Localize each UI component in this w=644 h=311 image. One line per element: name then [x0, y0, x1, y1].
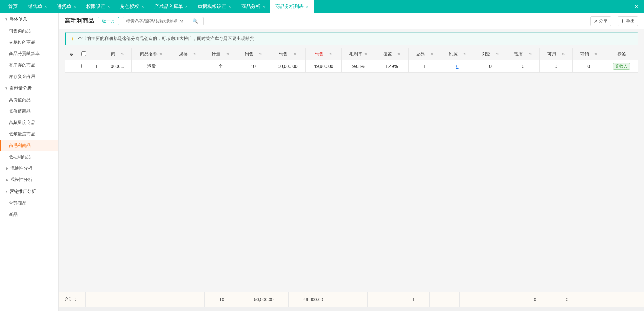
col-header-browse2[interactable]: 浏览... ⇅: [474, 48, 507, 60]
cell-sales-profit: 49,900.00: [306, 60, 342, 73]
nav-item-home[interactable]: 首页: [3, 0, 23, 13]
sidebar-item-high-margin[interactable]: 高毛利商品: [0, 140, 58, 151]
col-header-sales-qty[interactable]: 销售... ⇅: [237, 48, 270, 60]
col-header-coverage[interactable]: 覆盖... ⇅: [375, 48, 408, 60]
sidebar-item-new-goods[interactable]: 新品: [0, 209, 58, 220]
sidebar-group-overall: ▼ 整体信息 销售类商品 交易过的商品 商品分贡献频率 有库存的商品 库存资金占…: [0, 13, 58, 82]
col-header-num: [89, 48, 104, 60]
col-header-saleable[interactable]: 可销... ⇅: [572, 48, 605, 60]
col-header-name[interactable]: 商品名称 ⇅: [131, 48, 171, 60]
col-header-sales-amount[interactable]: 销售... ⇅: [270, 48, 306, 60]
col-header-transaction[interactable]: 交易... ⇅: [408, 48, 441, 60]
nav-close-product-storage[interactable]: ×: [185, 4, 187, 9]
group-label-growth: 成长性分析: [10, 177, 32, 183]
sidebar-item-sales-goods[interactable]: 销售类商品: [0, 25, 58, 37]
sidebar-item-low-value[interactable]: 低价值商品: [0, 106, 58, 117]
sidebar-group-growth: ▶ 成长性分析: [0, 174, 58, 185]
table-wrapper[interactable]: ⚙ 商... ⇅ 商品名称 ⇅ 规格... ⇅ 计量... ⇅ 销售... ⇅ …: [65, 48, 638, 292]
nav-label-home: 首页: [8, 3, 18, 10]
footer-cell-saleable: 0: [551, 292, 583, 307]
nav-label-sales: 销售单: [28, 3, 42, 10]
period-button[interactable]: 近一月: [98, 17, 119, 25]
sidebar-group-circulation: ▶ 流通性分析: [0, 163, 58, 174]
sidebar-item-stock-funds[interactable]: 库存资金占用: [0, 71, 58, 82]
col-header-available[interactable]: 可用... ⇅: [540, 48, 572, 60]
notice-icon: ✦: [71, 36, 75, 42]
nav-item-template[interactable]: 单据模板设置 ×: [193, 0, 236, 13]
sidebar-item-low-freq[interactable]: 低频量度商品: [0, 129, 58, 140]
sidebar-item-contribution-rate[interactable]: 商品分贡献频率: [0, 48, 58, 59]
select-all-checkbox[interactable]: [81, 51, 86, 56]
footer-cell-spacer2: [115, 292, 145, 307]
arrow-icon-growth: ▶: [6, 178, 9, 182]
nav-item-purchase[interactable]: 进货单 ×: [52, 0, 81, 13]
footer-cell-sales-amount: 50,000.00: [239, 292, 288, 307]
sidebar-item-low-margin[interactable]: 低毛利商品: [0, 151, 58, 163]
sidebar-group-title-overall[interactable]: ▼ 整体信息: [0, 13, 58, 25]
sidebar-item-in-stock[interactable]: 有库存的商品: [0, 59, 58, 71]
sidebar-group-title-marketing[interactable]: ▼ 营销推广分析: [0, 185, 58, 198]
global-close-button[interactable]: ×: [632, 3, 641, 10]
group-label-marketing: 营销推广分析: [10, 188, 36, 195]
search-input[interactable]: [126, 19, 192, 24]
sidebar-collapse-button[interactable]: «: [58, 17, 59, 27]
cell-num: 1: [89, 60, 104, 73]
notice-text: 企业的主要的利润都是这部分商品创造的，可考虑加大推广，同时关注库存是不要出现缺货: [78, 36, 254, 42]
col-header-spec[interactable]: 规格... ⇅: [171, 48, 204, 60]
nav-close-permission[interactable]: ×: [108, 4, 110, 9]
nav-label-product-analysis: 商品分析: [241, 3, 260, 10]
col-header-settings[interactable]: ⚙: [65, 48, 78, 60]
sidebar-item-traded-goods[interactable]: 交易过的商品: [0, 37, 58, 48]
share-label: 分享: [599, 18, 608, 24]
nav-close-template[interactable]: ×: [229, 4, 231, 9]
row-checkbox[interactable]: [81, 64, 86, 68]
search-icon[interactable]: 🔍: [192, 18, 198, 24]
cell-browse1[interactable]: 0: [441, 60, 474, 73]
col-header-browse1[interactable]: 浏览... ⇅: [441, 48, 474, 60]
cell-sales-amount: 50,000.00: [270, 60, 306, 73]
nav-label-template: 单据模板设置: [198, 3, 226, 10]
col-header-code[interactable]: 商... ⇅: [104, 48, 132, 60]
sidebar-group-title-contribution[interactable]: ▼ 贡献量分析: [0, 82, 58, 94]
sidebar-group-title-circulation[interactable]: ▶ 流通性分析: [0, 163, 58, 174]
share-button[interactable]: ↗ 分享: [590, 16, 611, 26]
col-header-unit[interactable]: 计量... ⇅: [204, 48, 237, 60]
col-header-sales-profit[interactable]: 销售... ⇅: [306, 48, 342, 60]
nav-close-role[interactable]: ×: [141, 4, 144, 9]
nav-item-product-analysis-list[interactable]: 商品分析列表 ×: [270, 0, 313, 13]
footer-label: 合计：: [65, 296, 78, 303]
nav-close-product-analysis-list[interactable]: ×: [306, 4, 308, 9]
export-button[interactable]: ⬇ 导出: [618, 16, 638, 26]
col-header-gross-margin[interactable]: 毛利率 ⇅: [342, 48, 375, 60]
col-header-tag: 标签: [605, 48, 638, 60]
nav-item-sales[interactable]: 销售单 ×: [23, 0, 52, 13]
nav-close-purchase[interactable]: ×: [73, 4, 76, 9]
nav-label-purchase: 进货单: [57, 3, 71, 10]
sidebar-item-high-value[interactable]: 高价值商品: [0, 94, 58, 106]
cell-tag: 高收入: [605, 60, 638, 73]
cell-check[interactable]: [78, 60, 89, 73]
notice-bar: ✦ 企业的主要的利润都是这部分商品创造的，可考虑加大推广，同时关注库存是不要出现…: [65, 32, 638, 45]
nav-item-product-analysis[interactable]: 商品分析 ×: [236, 0, 270, 13]
sidebar-item-high-freq[interactable]: 高频量度商品: [0, 117, 58, 129]
nav-item-permission[interactable]: 权限设置 ×: [81, 0, 115, 13]
col-header-current-stock[interactable]: 现有... ⇅: [507, 48, 539, 60]
cell-sales-qty: 10: [237, 60, 270, 73]
nav-item-role[interactable]: 角色授权 ×: [115, 0, 149, 13]
cell-code: 0000...: [104, 60, 132, 73]
cell-transaction: 1: [408, 60, 441, 73]
bottom-scrollbar[interactable]: [59, 307, 644, 311]
group-label-contribution: 贡献量分析: [10, 85, 32, 91]
table-row: 1 0000... 运费 个 10 50,000.00 49,900.00 99…: [65, 60, 638, 73]
sidebar-group-title-growth[interactable]: ▶ 成长性分析: [0, 174, 58, 185]
col-header-check[interactable]: [78, 48, 89, 60]
footer-cell-spacer7: [489, 292, 519, 307]
footer-cell-spacer4: [175, 292, 204, 307]
nav-label-permission: 权限设置: [86, 3, 105, 10]
arrow-icon-marketing: ▼: [4, 189, 8, 194]
cell-name: 运费: [131, 60, 171, 73]
sidebar-item-all-goods[interactable]: 全部商品: [0, 198, 58, 209]
nav-close-sales[interactable]: ×: [44, 4, 47, 9]
nav-item-product-storage[interactable]: 产成品入库单 ×: [149, 0, 193, 13]
nav-close-product-analysis[interactable]: ×: [263, 4, 265, 9]
